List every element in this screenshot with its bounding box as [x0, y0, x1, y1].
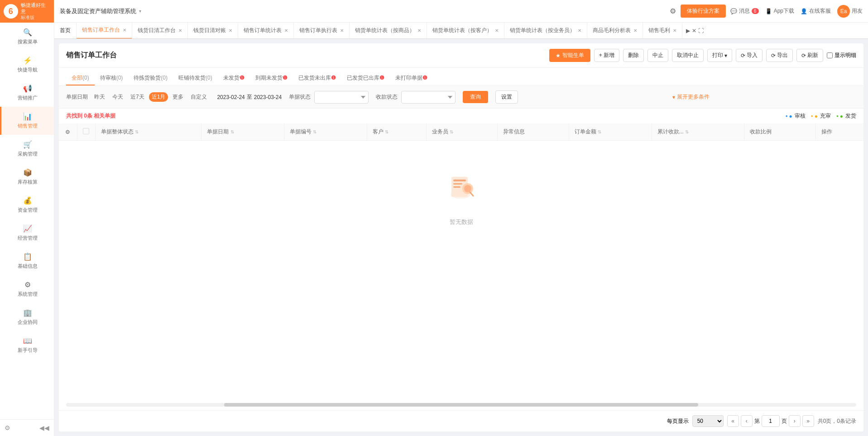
- show-detail-checkbox[interactable]: [827, 52, 833, 58]
- tab-home[interactable]: 首页: [54, 23, 77, 39]
- tab-close-sales-stat-customer[interactable]: ✕: [495, 28, 499, 33]
- page-input[interactable]: [762, 415, 780, 427]
- first-page-btn[interactable]: «: [727, 415, 739, 427]
- select-all-checkbox[interactable]: [83, 128, 89, 134]
- tabbar-more-btn[interactable]: ▶ ✕ ⛶: [682, 28, 707, 34]
- tab-sales-stat-customer[interactable]: 销货单统计表（按客户） ✕: [427, 23, 504, 39]
- next-page-btn[interactable]: ›: [789, 415, 801, 427]
- page-title: 销售订单工作台: [66, 51, 117, 60]
- tab-close-cash-daily[interactable]: ✕: [178, 28, 182, 33]
- stop-button[interactable]: 中止: [647, 49, 668, 62]
- topbar-settings-icon[interactable]: ⚙: [670, 7, 676, 15]
- date-chip-custom[interactable]: 自定义: [188, 92, 210, 102]
- tab-close-all-icon[interactable]: ✕: [692, 28, 696, 34]
- tab-close-sales-more[interactable]: ✕: [673, 28, 676, 33]
- solution-button[interactable]: 体验行业方案: [681, 5, 726, 18]
- sort-customer-icon[interactable]: ⇅: [385, 129, 388, 134]
- tab-sales-stat[interactable]: 销售订单统计表 ✕: [238, 23, 294, 39]
- delete-button[interactable]: 删除: [623, 49, 644, 62]
- sidebar-item-system[interactable]: ⚙ 系统管理: [0, 275, 54, 303]
- add-button[interactable]: + 新增: [594, 49, 619, 62]
- last-page-btn[interactable]: »: [802, 415, 814, 427]
- tab-close-sales-stat-staff[interactable]: ✕: [578, 28, 581, 33]
- per-page-select[interactable]: 50 10 20 100: [692, 415, 724, 427]
- app-download-btn[interactable]: 📱 App下载: [765, 7, 794, 15]
- tab-close-goods-margin[interactable]: ✕: [633, 28, 637, 33]
- date-chip-7days[interactable]: 近7天: [128, 92, 147, 102]
- date-chip-1month[interactable]: 近1月: [149, 92, 168, 102]
- tab-close-sales-stat[interactable]: ✕: [284, 28, 288, 33]
- sort-status-icon[interactable]: ⇅: [135, 129, 139, 134]
- sort-received-icon[interactable]: ⇅: [685, 129, 689, 134]
- expand-more-btn[interactable]: ▾ 展开更多条件: [672, 93, 710, 101]
- col-amount: 订单金额 ⇅: [569, 123, 652, 141]
- tab-sales-stat-staff[interactable]: 销货单统计表（按业务员） ✕: [504, 23, 587, 39]
- sidebar-item-marketing[interactable]: 📢 营销推广: [0, 79, 54, 107]
- scroll-thumb[interactable]: [224, 403, 698, 407]
- sidebar-item-basic[interactable]: 📋 基础信息: [0, 247, 54, 275]
- tab-goods-margin[interactable]: 商品毛利分析表 ✕: [587, 23, 643, 39]
- sidebar-item-purchase[interactable]: 🛒 采购管理: [0, 135, 54, 163]
- tab-sales-workbench[interactable]: 销售订单工作台 ✕: [77, 23, 132, 39]
- status-select[interactable]: [314, 91, 369, 104]
- filter-tab-not-shipped[interactable]: 未发货❶: [218, 71, 250, 85]
- sidebar-item-operations[interactable]: 📈 经营管理: [0, 219, 54, 247]
- tab-close-cash-reconcile[interactable]: ✕: [229, 28, 232, 33]
- date-chip-today[interactable]: 今天: [110, 92, 126, 102]
- sidebar-item-inventory[interactable]: 📦 库存核算: [0, 163, 54, 191]
- tab-close-sales-exec[interactable]: ✕: [340, 28, 344, 33]
- filter-tab-all[interactable]: 全部(0): [66, 71, 95, 85]
- online-service-btn[interactable]: 👤 在线客服: [801, 7, 831, 15]
- filter-tab-wangpu-ship[interactable]: 旺铺待发货(0): [173, 71, 218, 85]
- tab-cash-reconcile[interactable]: 钱货日清对账 ✕: [188, 23, 238, 39]
- tab-maximize-icon[interactable]: ⛶: [698, 28, 704, 34]
- cancel-stop-button[interactable]: 取消中止: [672, 49, 704, 62]
- filter-tab-shipped-out[interactable]: 已发货已出库❶: [341, 71, 390, 85]
- smart-create-button[interactable]: ★ 智能生单: [549, 49, 590, 62]
- export-button[interactable]: ⟳ 导出: [766, 49, 793, 62]
- collapse-icon[interactable]: ◀◀: [39, 424, 49, 431]
- sort-date-icon[interactable]: ⇅: [230, 129, 234, 134]
- search-setting-button[interactable]: 设置: [495, 90, 518, 104]
- sidebar-item-enterprise[interactable]: 🏢 企业协同: [0, 303, 54, 331]
- tab-cash-daily[interactable]: 钱货日清工作台 ✕: [132, 23, 188, 39]
- filter-tab-pending-inspect[interactable]: 待拣货验货(0): [128, 71, 173, 85]
- ship-action-btn[interactable]: ● 发货: [836, 112, 856, 120]
- show-detail-toggle[interactable]: 显示明细: [827, 52, 856, 59]
- result-count: 共找到 0条 相关单据: [66, 112, 115, 120]
- prev-page-btn[interactable]: ‹: [741, 415, 753, 427]
- tab-sales-exec[interactable]: 销售订单执行表 ✕: [294, 23, 350, 39]
- sidebar-item-sales[interactable]: 📊 销售管理: [0, 107, 54, 135]
- import-button[interactable]: ⟳ 导入: [736, 49, 762, 62]
- sidebar-footer: ⚙ ◀◀: [0, 419, 54, 436]
- date-chip-yesterday[interactable]: 昨天: [91, 92, 108, 102]
- sidebar-item-finance[interactable]: 💰 资金管理: [0, 191, 54, 219]
- sidebar-item-guide[interactable]: 📖 新手引导: [0, 331, 54, 359]
- user-menu[interactable]: Ea 用友: [837, 5, 863, 18]
- horizontal-scrollbar[interactable]: [66, 403, 856, 407]
- payment-select[interactable]: [401, 91, 456, 104]
- filter-tab-overdue-not-shipped[interactable]: 到期未发货❶: [250, 71, 293, 85]
- settings-col-icon[interactable]: ⚙: [65, 129, 70, 135]
- sort-number-icon[interactable]: ⇅: [313, 129, 317, 134]
- revoke-action-btn[interactable]: ● 充审: [811, 112, 831, 120]
- audit-action-btn[interactable]: ● 审核: [786, 112, 806, 120]
- date-chip-more[interactable]: 更多: [170, 92, 186, 102]
- tab-sales-more[interactable]: 销售毛利 ✕: [643, 23, 682, 39]
- sort-staff-icon[interactable]: ⇅: [450, 129, 453, 134]
- settings-bottom-icon[interactable]: ⚙: [5, 424, 10, 431]
- filter-tab-shipped-not-out[interactable]: 已发货未出库❶: [293, 71, 341, 85]
- sidebar-item-search[interactable]: 🔍 搜索菜单: [0, 23, 54, 51]
- tab-close-sales-workbench[interactable]: ✕: [123, 28, 126, 33]
- sort-amount-icon[interactable]: ⇅: [598, 129, 601, 134]
- refresh-button[interactable]: ⟳ 刷新: [796, 49, 823, 62]
- sidebar-item-quick-nav[interactable]: ⚡ 快捷导航: [0, 51, 54, 79]
- message-btn[interactable]: 💬 消息 6: [730, 7, 759, 15]
- filter-tab-pending-review[interactable]: 待审核(0): [95, 71, 129, 85]
- search-button[interactable]: 查询: [463, 91, 488, 103]
- tab-sales-stat-product[interactable]: 销货单统计表（按商品） ✕: [350, 23, 427, 39]
- tab-close-sales-stat-product[interactable]: ✕: [417, 28, 421, 33]
- audit-dot: ●: [789, 113, 792, 119]
- filter-tab-not-printed[interactable]: 未打印单据❶: [390, 71, 433, 85]
- print-button[interactable]: 打印 ▾: [707, 49, 732, 62]
